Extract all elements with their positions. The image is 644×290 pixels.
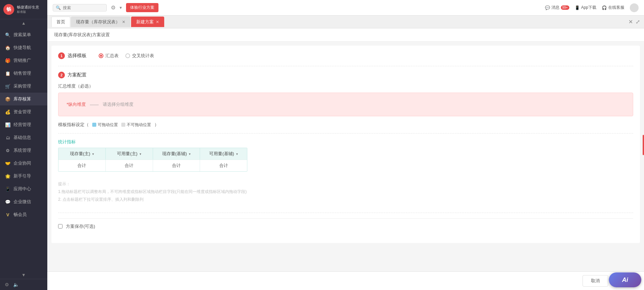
non-draggable-indicator: 不可拖动位置 xyxy=(121,122,151,128)
online-service-btn[interactable]: 🎧 在线客服 xyxy=(602,5,624,10)
user-avatar[interactable] xyxy=(630,3,639,12)
sidebar-item-basic[interactable]: 🗂 基础信息 xyxy=(0,131,47,144)
save-checkbox[interactable] xyxy=(58,224,63,228)
headset-icon: 🎧 xyxy=(602,5,607,10)
sidebar-logo: 畅 畅捷通好生意 标准版 xyxy=(0,0,47,19)
sidebar-item-label: 企业协同 xyxy=(14,160,31,166)
sidebar-item-system[interactable]: ⚙ 系统管理 xyxy=(0,144,47,157)
stats-col-2-chevron[interactable]: ▾ xyxy=(189,152,191,156)
sidebar-item-label: 库存核算 xyxy=(14,96,31,102)
scroll-indicator xyxy=(643,135,644,155)
main-area: 🔍 ⚙ ▾ 体验行业方案 💬 消息 99+ 📱 App下载 🎧 在线客服 xyxy=(47,0,644,290)
sidebar-item-quicknav[interactable]: 🏠 快捷导航 xyxy=(0,41,47,54)
search-icon: 🔍 xyxy=(56,5,61,10)
radio-crosstab-label: 交叉统计表 xyxy=(132,53,154,59)
tab-bar-actions: ✕ ⤢ xyxy=(628,19,640,25)
tab-expand-icon[interactable]: ⤢ xyxy=(636,19,640,25)
search-icon: 🔍 xyxy=(5,32,11,38)
step2-section: 2 方案配置 汇总维度（必选） *纵向维度 —— 请选择分组维度 模板指标设定（… xyxy=(58,72,633,229)
tab-new-scheme[interactable]: 新建方案 ✕ xyxy=(131,17,164,27)
sidebar-item-search[interactable]: 🔍 搜索菜单 xyxy=(0,28,47,41)
industry-btn[interactable]: 体验行业方案 xyxy=(126,3,158,12)
cancel-button[interactable]: 取消 xyxy=(583,275,608,287)
sidebar-item-weixin[interactable]: 💬 企业微信 xyxy=(0,195,47,208)
dimension-box[interactable]: *纵向维度 —— 请选择分组维度 xyxy=(58,93,633,116)
app-badge: 标准版 xyxy=(17,10,39,14)
sidebar-item-newguide[interactable]: 🌟 新手引导 xyxy=(0,170,47,183)
stats-col-1[interactable]: 可用量(主) ▾ xyxy=(106,148,153,160)
stats-col-3-chevron[interactable]: ▾ xyxy=(236,152,238,156)
tab-new-scheme-close-icon[interactable]: ✕ xyxy=(156,20,159,24)
sidebar-item-label: 基础信息 xyxy=(14,135,31,141)
stats-col-1-chevron[interactable]: ▾ xyxy=(140,152,141,156)
tab-home[interactable]: 首页 xyxy=(51,17,70,27)
step1-header: 1 选择模板 汇总表 交叉统计表 xyxy=(58,52,633,59)
form-footer: 方案保存(可选) xyxy=(58,218,633,229)
stats-col-3[interactable]: 可用量(基辅) ▾ xyxy=(200,148,247,160)
ai-label: Ai xyxy=(622,276,628,284)
sidebar-item-purchase[interactable]: 🛒 采购管理 xyxy=(0,80,47,93)
tab-inventory-close-icon[interactable]: ✕ xyxy=(122,20,125,24)
messages-label: 消息 xyxy=(551,5,560,10)
wechat-icon: 💬 xyxy=(5,199,11,205)
stats-col-2[interactable]: 现存量(基辅) ▾ xyxy=(153,148,200,160)
settings-footer-icon[interactable]: ⚙ xyxy=(5,282,9,287)
search-input[interactable] xyxy=(63,5,103,10)
tab-home-label: 首页 xyxy=(56,19,65,25)
radio-crosstab[interactable]: 交叉统计表 xyxy=(125,53,154,59)
sidebar-item-marketing[interactable]: 🎁 营销推广 xyxy=(0,54,47,67)
footer-divider xyxy=(58,213,633,213)
stats-table-row-0: 合计 合计 合计 合计 xyxy=(58,160,247,171)
phone-icon: 📱 xyxy=(575,5,580,10)
stats-col-2-label: 现存量(基辅) xyxy=(162,151,187,157)
page-header: 现存量(库存状况表)方案设置 xyxy=(47,28,644,42)
sidebar-item-contract[interactable]: 🤝 企业协同 xyxy=(0,157,47,170)
tab-inventory-status-label: 现存量（库存状况表） xyxy=(76,19,120,25)
topbar-gear-icon[interactable]: ⚙ xyxy=(111,4,116,11)
dimension-section-label: 汇总维度（必选） xyxy=(58,83,633,89)
chart-icon: 📊 xyxy=(5,122,11,128)
sidebar-item-appcenter[interactable]: 📱 应用中心 xyxy=(0,183,47,195)
tab-inventory-status[interactable]: 现存量（库存状况表） ✕ xyxy=(71,17,130,27)
system-icon: ⚙ xyxy=(5,147,11,153)
sidebar-scroll-down[interactable]: ▼ xyxy=(0,271,47,279)
sidebar-nav: 🔍 搜索菜单 🏠 快捷导航 🎁 营销推广 📋 销售管理 🛒 采购管理 📦 库存核… xyxy=(0,27,47,271)
messages-badge: 99+ xyxy=(561,5,569,10)
save-label: 方案保存(可选) xyxy=(66,223,95,229)
stats-col-0-chevron[interactable]: ▾ xyxy=(92,152,94,156)
indicator-setting: 模板指标设定（ 可拖动位置 不可拖动位置 ） xyxy=(58,122,633,128)
tab-new-scheme-label: 新建方案 xyxy=(136,19,154,25)
messages-btn[interactable]: 💬 消息 99+ xyxy=(545,5,569,10)
sales-icon: 📋 xyxy=(5,70,11,76)
sidebar-item-operations[interactable]: 📊 经营管理 xyxy=(0,118,47,131)
tab-close-icon[interactable]: ✕ xyxy=(628,19,633,25)
sidebar-item-label: 资金管理 xyxy=(14,109,31,115)
page-title: 现存量(库存状况表)方案设置 xyxy=(54,32,110,37)
step1-title: 选择模板 xyxy=(68,53,86,59)
sidebar-item-finance[interactable]: 💰 资金管理 xyxy=(0,105,47,118)
topbar-dropdown-icon[interactable]: ▾ xyxy=(120,5,122,10)
ai-float-button[interactable]: Ai xyxy=(609,272,641,287)
app-download-btn[interactable]: 📱 App下载 xyxy=(575,5,596,10)
radio-summary[interactable]: 汇总表 xyxy=(99,53,119,59)
topbar-left: 🔍 ⚙ ▾ 体验行业方案 xyxy=(53,3,158,12)
content-area: 现存量(库存状况表)方案设置 1 选择模板 汇总表 交叉统计表 xyxy=(47,28,644,271)
dimension-required-star: *纵向维度 xyxy=(67,101,86,107)
hint-title-text: 提示： xyxy=(58,182,70,186)
phone-icon: 📱 xyxy=(5,186,11,192)
stats-col-0[interactable]: 现存量(主) ▾ xyxy=(58,148,106,160)
sidebar-item-sales[interactable]: 📋 销售管理 xyxy=(0,67,47,80)
sidebar-item-label: 搜索菜单 xyxy=(14,32,31,38)
draggable-indicator: 可拖动位置 xyxy=(92,122,118,128)
draggable-dot xyxy=(92,123,96,127)
sound-footer-icon[interactable]: 🔈 xyxy=(13,282,19,287)
stats-table: 现存量(主) ▾ 可用量(主) ▾ 现存量(基辅) ▾ xyxy=(58,148,247,172)
non-draggable-dot xyxy=(121,123,125,127)
sidebar-item-member[interactable]: V 畅会员 xyxy=(0,208,47,221)
online-service-label: 在线客服 xyxy=(608,5,624,10)
sidebar-scroll-up[interactable]: ▲ xyxy=(0,19,47,27)
logo-icon: 畅 xyxy=(3,4,14,15)
topbar-search-box[interactable]: 🔍 xyxy=(53,4,107,11)
stats-col-0-label: 现存量(主) xyxy=(70,151,91,157)
sidebar-item-inventory[interactable]: 📦 库存核算 xyxy=(0,93,47,105)
